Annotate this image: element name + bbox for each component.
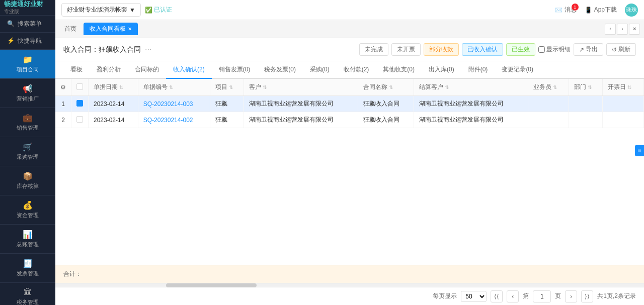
row-index: 1 <box>55 96 71 112</box>
subtab-other[interactable]: 其他收支(0) <box>376 61 422 79</box>
row-customer: 湖南卫视商业运营发展有限公司 <box>244 112 358 128</box>
export-icon: ↗ <box>579 46 584 53</box>
check-icon: ✅ <box>145 7 152 14</box>
sidebar-item-tax[interactable]: 🏛 税务管理 <box>0 283 55 305</box>
row-number-link[interactable]: SQ-20230214-002 <box>143 117 193 124</box>
col-header-dept[interactable]: 部门⇅ <box>569 79 603 96</box>
sidebar-invoice-label: 发票管理 <box>17 270 39 277</box>
main-area: 好业财专业版演示帐套 ▼ ✅ 已认证 ✉️ 消息 1 📱 App下载 珠珠 <box>55 0 644 305</box>
user-button[interactable]: 珠珠 <box>625 4 638 17</box>
export-button[interactable]: ↗ 导出 <box>574 43 603 56</box>
more-options-icon[interactable]: ··· <box>145 45 151 54</box>
sidebar-item-project[interactable]: 📁 项目合同 <box>0 50 55 79</box>
status-uninvoiced[interactable]: 未开票 <box>391 43 421 56</box>
subtab-attach[interactable]: 附件(0) <box>461 61 495 79</box>
horizontal-scrollbar[interactable] <box>55 283 644 287</box>
subtab-confirm[interactable]: 收入确认(2) <box>166 61 212 79</box>
row-settle-customer: 湖南卫视商业运营发展有限公司 <box>414 112 528 128</box>
subtab-inout[interactable]: 出入库(0) <box>422 61 461 79</box>
subtab-changes[interactable]: 变更记录(0) <box>495 61 540 79</box>
company-selector[interactable]: 好业财专业版演示帐套 ▼ <box>61 3 141 17</box>
row-number-link[interactable]: SQ-20230214-003 <box>143 100 193 108</box>
row-project: 狂飙 <box>210 96 244 112</box>
page-header: 收入合同：狂飙收入合同 ··· 未完成 未开票 部分收款 已收入确认 已生效 显… <box>55 38 644 61</box>
row-number: SQ-20230214-002 <box>138 112 210 128</box>
sidebar-item-accounting[interactable]: 📊 总账管理 <box>0 225 55 254</box>
tab-prev-button[interactable]: ‹ <box>605 24 616 35</box>
subtab-purchase[interactable]: 采购(0) <box>303 61 337 79</box>
sidebar-item-inventory[interactable]: 📦 库存核算 <box>0 166 55 195</box>
status-incomplete[interactable]: 未完成 <box>359 43 388 56</box>
gear-icon[interactable]: ⚙ <box>60 84 66 91</box>
page-first-button[interactable]: ⟨⟨ <box>491 290 503 302</box>
sidebar-capital-label: 资金管理 <box>17 212 39 219</box>
status-confirmed[interactable]: 已收入确认 <box>462 43 503 56</box>
sort-customer-icon: ⇅ <box>263 84 267 90</box>
sidebar-item-sales[interactable]: 💼 销售管理 <box>0 108 55 137</box>
sort-opendate-icon: ⇅ <box>627 84 631 90</box>
sidebar-purchase-label: 采购管理 <box>17 153 39 161</box>
col-header-project[interactable]: 项目⇅ <box>210 79 244 96</box>
sidebar-item-marketing[interactable]: 📢 营销推广 <box>0 79 55 108</box>
col-header-number[interactable]: 单据编号⇅ <box>138 79 210 96</box>
page-input[interactable] <box>533 290 551 302</box>
tab-close-all-button[interactable]: ✕ <box>629 24 640 35</box>
subtab-terms[interactable]: 合同标的 <box>128 61 166 79</box>
content-area: 收入合同：狂飙收入合同 ··· 未完成 未开票 部分收款 已收入确认 已生效 显… <box>55 38 644 305</box>
col-header-salesperson[interactable]: 业务员⇅ <box>528 79 569 96</box>
sidebar-item-capital[interactable]: 💰 资金管理 <box>0 195 55 225</box>
subtab-payment[interactable]: 收付款(2) <box>337 61 376 79</box>
show-detail-checkbox[interactable] <box>538 46 545 53</box>
tab-close-icon[interactable]: ✕ <box>128 26 132 32</box>
col-header-contract[interactable]: 合同名称⇅ <box>358 79 414 96</box>
page-unit: 页 <box>555 292 561 300</box>
subtab-profit[interactable]: 盈利分析 <box>90 61 128 79</box>
verified-badge: ✅ 已认证 <box>145 6 172 14</box>
chevron-down-icon: ▼ <box>129 7 135 14</box>
tab-contract-label: 收入合同看板 <box>90 25 126 33</box>
logo-area: 畅捷通好业财 专业版 <box>0 0 55 16</box>
table-row[interactable]: 2 2023-02-14 SQ-20230214-002 狂飙 湖南卫视商业运营… <box>55 112 644 128</box>
sidebar-marketing-label: 营销推广 <box>17 95 39 103</box>
subtab-kanban[interactable]: 看板 <box>63 61 90 79</box>
data-table: ⚙ 单据日期⇅ 单据编号⇅ 项目⇅ <box>55 79 644 128</box>
row-checkbox[interactable] <box>76 116 83 123</box>
col-header-opendate[interactable]: 开票日⇅ <box>603 79 644 96</box>
subtab-salesinv[interactable]: 销售发票(0) <box>212 61 258 79</box>
col-header-date[interactable]: 单据日期⇅ <box>89 79 138 96</box>
page-actions: 显示明细 ↗ 导出 ↺ 刷新 <box>538 43 636 56</box>
tab-contract[interactable]: 收入合同看板 ✕ <box>84 23 138 35</box>
message-button[interactable]: ✉️ 消息 1 <box>555 6 577 14</box>
sort-dept-icon: ⇅ <box>588 84 592 90</box>
row-number: SQ-20230214-003 <box>138 96 210 112</box>
status-effective[interactable]: 已生效 <box>506 43 535 56</box>
sidebar-item-quicknav[interactable]: ⚡ 快捷导航 <box>0 33 55 50</box>
row-customer: 湖南卫视商业运营发展有限公司 <box>244 96 358 112</box>
purchase-icon: 🛒 <box>23 142 33 152</box>
sidebar-item-purchase[interactable]: 🛒 采购管理 <box>0 137 55 166</box>
scrollbar-thumb[interactable] <box>166 283 257 287</box>
row-contract: 狂飙收入合同 <box>358 96 414 112</box>
row-checkbox[interactable] <box>76 100 83 107</box>
page-size-select[interactable]: 50 100 200 <box>461 291 487 302</box>
page-prev-button[interactable]: ‹ <box>507 290 519 302</box>
col-header-customer[interactable]: 客户⇅ <box>244 79 358 96</box>
pagination: 每页显示 50 100 200 ⟨⟨ ‹ 第 页 › ⟩⟩ 共1页,2条记录 <box>55 287 644 305</box>
tab-home[interactable]: 首页 <box>59 23 82 35</box>
table-row[interactable]: 1 2023-02-14 SQ-20230214-003 狂飙 湖南卫视商业运营… <box>55 96 644 112</box>
quicknav-icon: ⚡ <box>7 37 15 44</box>
status-partial[interactable]: 部分收款 <box>424 43 459 56</box>
sidebar-item-search[interactable]: 🔍 搜索菜单 <box>0 16 55 33</box>
sort-salesperson-icon: ⇅ <box>553 84 557 90</box>
refresh-button[interactable]: ↺ 刷新 <box>606 43 636 56</box>
tab-next-button[interactable]: › <box>617 24 628 35</box>
row-settle-customer: 湖南卫视商业运营发展有限公司 <box>414 96 528 112</box>
right-float-action[interactable]: ≡ <box>635 145 644 156</box>
page-last-button[interactable]: ⟩⟩ <box>581 290 593 302</box>
subtab-taxinv[interactable]: 税务发票(0) <box>257 61 303 79</box>
page-next-button[interactable]: › <box>565 290 577 302</box>
sidebar-item-invoice[interactable]: 🧾 发票管理 <box>0 254 55 283</box>
select-all-checkbox[interactable] <box>76 83 83 90</box>
app-download-button[interactable]: 📱 App下载 <box>585 6 617 14</box>
col-header-settle[interactable]: 结算客户⇅ <box>414 79 528 96</box>
